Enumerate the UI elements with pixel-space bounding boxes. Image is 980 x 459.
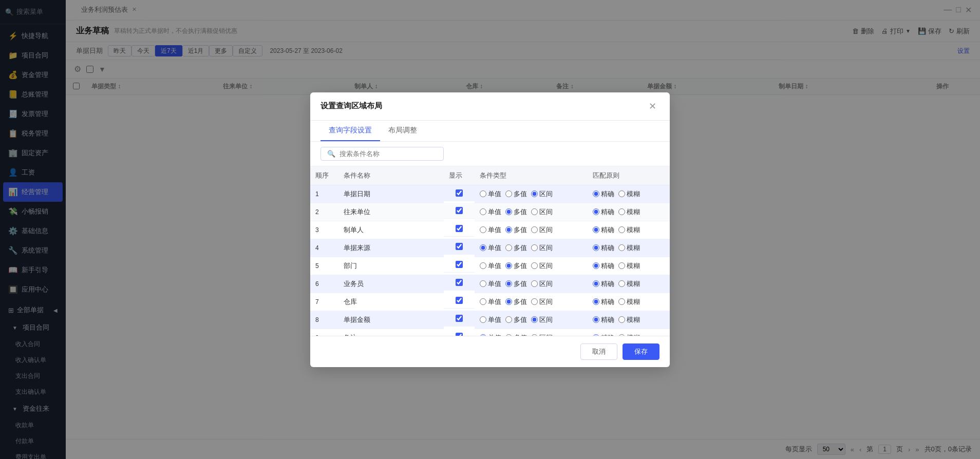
row-seq-7: 7 [310, 293, 338, 311]
row-match-3: 精确模糊 [588, 221, 670, 239]
match-option-模糊-2[interactable]: 模糊 [618, 207, 640, 217]
type-option-多值-2[interactable]: 多值 [505, 207, 527, 217]
dialog-header-row: 顺序 条件名称 显示 条件类型 匹配原则 [310, 166, 670, 185]
dialog-row-5: 5部门单值多值区间精确模糊 [310, 257, 670, 275]
dialog-table-body: 1单据日期单值多值区间精确模糊2往来单位单值多值区间精确模糊3制单人单值多值区间… [310, 185, 670, 336]
type-option-多值-7[interactable]: 多值 [505, 297, 527, 307]
row-type-7: 单值多值区间 [475, 293, 588, 311]
row-match-9: 精确模糊 [588, 329, 670, 336]
row-type-3: 单值多值区间 [475, 221, 588, 239]
match-option-模糊-5[interactable]: 模糊 [618, 261, 640, 271]
row-display-5 [444, 257, 475, 273]
dialog-row-8: 8单据金额单值多值区间精确模糊 [310, 311, 670, 329]
row-type-4: 单值多值区间 [475, 239, 588, 257]
dialog-search: 🔍 [310, 142, 670, 166]
row-seq-4: 4 [310, 239, 338, 257]
match-option-精确-2[interactable]: 精确 [593, 207, 614, 217]
row-match-2: 精确模糊 [588, 203, 670, 221]
match-radio-group-8: 精确模糊 [593, 315, 665, 324]
match-option-精确-3[interactable]: 精确 [593, 225, 614, 235]
type-option-多值-4[interactable]: 多值 [505, 243, 527, 253]
match-option-模糊-6[interactable]: 模糊 [618, 279, 640, 289]
type-radio-group-5: 单值多值区间 [480, 261, 582, 271]
dialog-row-1: 1单据日期单值多值区间精确模糊 [310, 185, 670, 203]
type-option-多值-6[interactable]: 多值 [505, 279, 527, 289]
display-checkbox-8[interactable] [456, 315, 463, 322]
dialog-close-btn[interactable]: ✕ [646, 100, 659, 113]
type-option-多值-8[interactable]: 多值 [505, 315, 527, 324]
dialog-row-6: 6业务员单值多值区间精确模糊 [310, 275, 670, 293]
display-checkbox-2[interactable] [456, 207, 463, 214]
dialog-header: 设置查询区域布局 ✕ [310, 92, 670, 121]
display-checkbox-5[interactable] [456, 261, 463, 268]
dialog-overlay[interactable]: 设置查询区域布局 ✕ 查询字段设置 布局调整 🔍 [0, 0, 980, 459]
type-option-区间-6[interactable]: 区间 [531, 279, 553, 289]
type-option-区间-3[interactable]: 区间 [531, 225, 553, 235]
row-seq-5: 5 [310, 257, 338, 275]
display-checkbox-3[interactable] [456, 225, 463, 232]
condition-search-input[interactable] [340, 150, 437, 158]
type-option-区间-8[interactable]: 区间 [531, 315, 553, 324]
type-option-单值-7[interactable]: 单值 [480, 297, 501, 307]
type-option-单值-4[interactable]: 单值 [480, 243, 501, 253]
row-name-4: 单据来源 [338, 239, 444, 257]
type-radio-group-8: 单值多值区间 [480, 315, 582, 324]
match-option-模糊-4[interactable]: 模糊 [618, 243, 640, 253]
type-option-单值-5[interactable]: 单值 [480, 261, 501, 271]
display-checkbox-1[interactable] [456, 189, 463, 197]
row-name-5: 部门 [338, 257, 444, 275]
save-button[interactable]: 保存 [623, 343, 659, 360]
match-option-精确-4[interactable]: 精确 [593, 243, 614, 253]
display-checkbox-6[interactable] [456, 279, 463, 286]
row-display-8 [444, 311, 475, 327]
row-name-7: 仓库 [338, 293, 444, 311]
type-option-区间-2[interactable]: 区间 [531, 207, 553, 217]
match-option-模糊-7[interactable]: 模糊 [618, 297, 640, 307]
type-option-区间-4[interactable]: 区间 [531, 243, 553, 253]
type-option-单值-8[interactable]: 单值 [480, 315, 501, 324]
match-option-精确-8[interactable]: 精确 [593, 315, 614, 324]
cancel-button[interactable]: 取消 [580, 343, 617, 360]
type-option-多值-5[interactable]: 多值 [505, 261, 527, 271]
type-radio-group-2: 单值多值区间 [480, 207, 582, 217]
type-option-单值-3[interactable]: 单值 [480, 225, 501, 235]
type-option-单值-1[interactable]: 单值 [480, 189, 501, 199]
match-option-模糊-3[interactable]: 模糊 [618, 225, 640, 235]
dialog-body: 顺序 条件名称 显示 条件类型 匹配原则 1单据日期单值多值区间精确模糊2往来单… [310, 166, 670, 336]
display-checkbox-4[interactable] [456, 243, 463, 250]
row-name-3: 制单人 [338, 221, 444, 239]
type-option-区间-1[interactable]: 区间 [531, 189, 553, 199]
type-option-多值-1[interactable]: 多值 [505, 189, 527, 199]
dialog-table-wrap: 顺序 条件名称 显示 条件类型 匹配原则 1单据日期单值多值区间精确模糊2往来单… [310, 166, 670, 336]
row-type-1: 单值多值区间 [475, 185, 588, 203]
dialog-table-header: 顺序 条件名称 显示 条件类型 匹配原则 [310, 166, 670, 185]
row-seq-8: 8 [310, 311, 338, 329]
type-option-区间-5[interactable]: 区间 [531, 261, 553, 271]
type-option-单值-2[interactable]: 单值 [480, 207, 501, 217]
row-match-8: 精确模糊 [588, 311, 670, 329]
match-option-精确-6[interactable]: 精确 [593, 279, 614, 289]
tab-field-settings[interactable]: 查询字段设置 [321, 121, 380, 141]
type-option-单值-6[interactable]: 单值 [480, 279, 501, 289]
row-seq-3: 3 [310, 221, 338, 239]
match-option-精确-5[interactable]: 精确 [593, 261, 614, 271]
display-checkbox-7[interactable] [456, 297, 463, 304]
tab-layout[interactable]: 布局调整 [380, 121, 425, 141]
row-seq-1: 1 [310, 185, 338, 203]
type-option-多值-3[interactable]: 多值 [505, 225, 527, 235]
th-type: 条件类型 [475, 166, 588, 185]
row-type-5: 单值多值区间 [475, 257, 588, 275]
dialog-row-9: 9备注单值多值区间精确模糊 [310, 329, 670, 336]
type-option-区间-7[interactable]: 区间 [531, 297, 553, 307]
match-option-精确-7[interactable]: 精确 [593, 297, 614, 307]
th-display: 显示 [444, 166, 475, 185]
row-match-4: 精确模糊 [588, 239, 670, 257]
dialog-table: 顺序 条件名称 显示 条件类型 匹配原则 1单据日期单值多值区间精确模糊2往来单… [310, 166, 670, 336]
row-type-9: 单值多值区间 [475, 329, 588, 336]
match-option-模糊-1[interactable]: 模糊 [618, 189, 640, 199]
match-option-模糊-8[interactable]: 模糊 [618, 315, 640, 324]
row-seq-2: 2 [310, 203, 338, 221]
dialog-tabs: 查询字段设置 布局调整 [310, 121, 670, 142]
row-match-5: 精确模糊 [588, 257, 670, 275]
match-option-精确-1[interactable]: 精确 [593, 189, 614, 199]
